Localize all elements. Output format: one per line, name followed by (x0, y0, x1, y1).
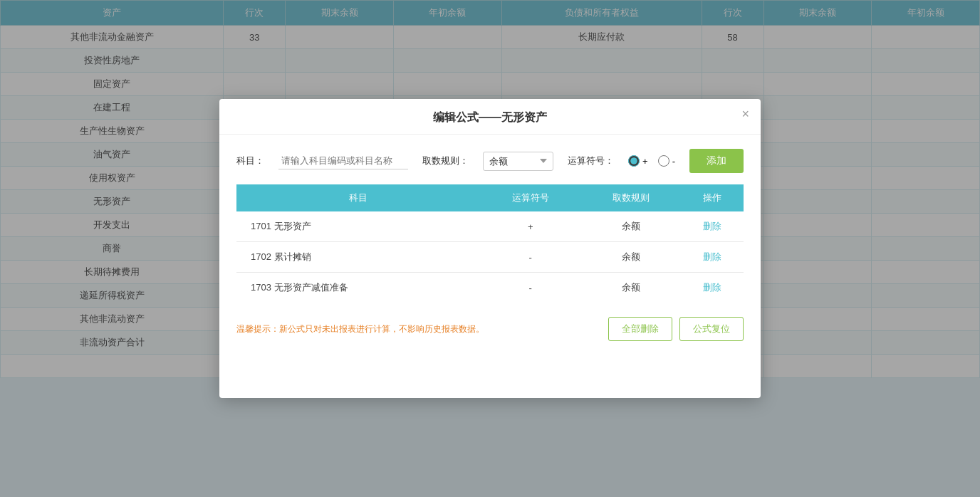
operator-label: 运算符号： (568, 155, 614, 167)
cell-rule: 余额 (580, 242, 681, 273)
rule-label: 取数规则： (422, 155, 469, 167)
table-row: 1701 无形资产+余额删除 (236, 211, 744, 242)
cell-operator: + (480, 211, 580, 242)
delete-row-button[interactable]: 删除 (703, 282, 721, 293)
cell-action: 删除 (682, 273, 744, 303)
delete-row-button[interactable]: 删除 (703, 251, 721, 262)
form-row: 科目： 取数规则： 余额 借方发生额 贷方发生额 运算符号： + - (219, 135, 761, 184)
modal-overlay: 编辑公式——无形资产 × 科目： 取数规则： 余额 借方发生额 贷方发生额 运算… (0, 0, 980, 497)
modal-header: 编辑公式——无形资产 × (219, 99, 761, 135)
operator-minus-radio[interactable] (658, 155, 669, 167)
subject-input[interactable] (278, 152, 408, 169)
operator-plus-text: + (642, 156, 648, 167)
cell-rule: 余额 (580, 273, 681, 303)
tip-text: 温馨提示：新公式只对未出报表进行计算，不影响历史报表数据。 (236, 323, 484, 335)
cell-operator: - (480, 242, 580, 273)
reset-formula-button[interactable]: 公式复位 (679, 317, 744, 341)
add-button[interactable]: 添加 (689, 149, 744, 173)
table-row: 1702 累计摊销-余额删除 (236, 242, 744, 273)
operator-minus-text: - (672, 156, 675, 167)
operator-radio-group: + - (628, 155, 675, 167)
operator-plus-radio[interactable] (628, 155, 640, 167)
modal-dialog: 编辑公式——无形资产 × 科目： 取数规则： 余额 借方发生额 贷方发生额 运算… (219, 99, 761, 398)
col-operator: 运算符号 (480, 184, 580, 211)
cell-subject: 1703 无形资产减值准备 (236, 273, 480, 303)
rule-select[interactable]: 余额 借方发生额 贷方发生额 (483, 152, 553, 171)
modal-close-button[interactable]: × (741, 108, 749, 120)
delete-all-button[interactable]: 全部删除 (608, 317, 672, 341)
cell-rule: 余额 (580, 211, 681, 242)
operator-minus-label[interactable]: - (658, 155, 675, 167)
footer-buttons: 全部删除 公式复位 (608, 317, 744, 341)
delete-row-button[interactable]: 删除 (703, 221, 721, 231)
cell-subject: 1701 无形资产 (236, 211, 480, 242)
table-row: 1703 无形资产减值准备-余额删除 (236, 273, 744, 303)
formula-table: 科目 运算符号 取数规则 操作 1701 无形资产+余额删除1702 累计摊销-… (236, 184, 744, 303)
col-rule: 取数规则 (580, 184, 681, 211)
operator-plus-label[interactable]: + (628, 155, 648, 167)
col-subject: 科目 (236, 184, 480, 211)
rule-select-wrap: 余额 借方发生额 贷方发生额 (483, 152, 553, 171)
col-action: 操作 (682, 184, 744, 211)
cell-action: 删除 (682, 211, 744, 242)
cell-subject: 1702 累计摊销 (236, 242, 480, 273)
cell-action: 删除 (682, 242, 744, 273)
subject-label: 科目： (236, 155, 264, 167)
cell-operator: - (480, 273, 580, 303)
modal-footer: 温馨提示：新公式只对未出报表进行计算，不影响历史报表数据。 全部删除 公式复位 (219, 303, 761, 341)
data-table-wrap: 科目 运算符号 取数规则 操作 1701 无形资产+余额删除1702 累计摊销-… (219, 184, 761, 303)
modal-title: 编辑公式——无形资产 (433, 111, 547, 123)
